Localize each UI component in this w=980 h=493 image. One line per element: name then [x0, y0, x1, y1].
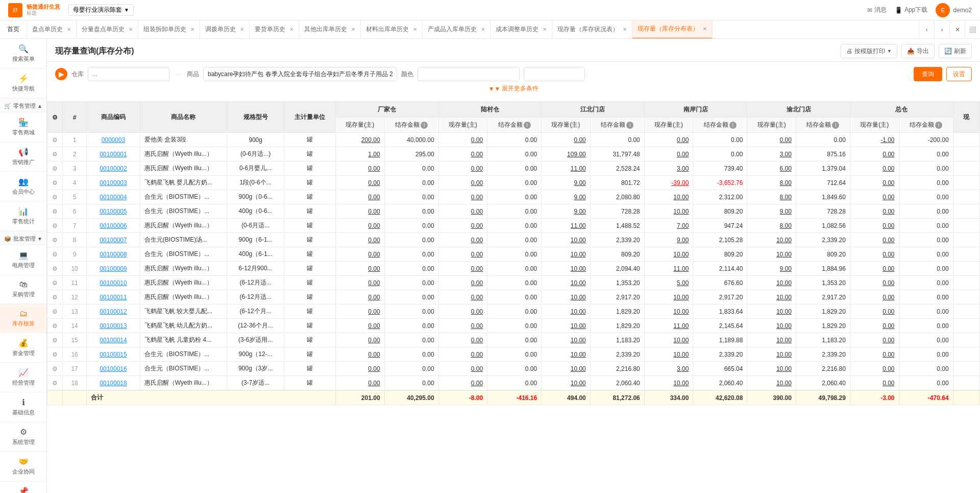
close-icon[interactable]: ✕ — [413, 27, 417, 32]
table-cell[interactable]: 0.00 — [438, 204, 487, 219]
table-cell[interactable]: 11.00 — [644, 319, 693, 333]
table-cell[interactable]: 10.00 — [747, 319, 796, 333]
table-cell[interactable]: 10.00 — [747, 347, 796, 362]
table-cell[interactable]: 00100007 — [87, 233, 140, 247]
table-cell[interactable]: 3.00 — [644, 362, 693, 376]
table-cell[interactable]: 0.00 — [438, 290, 487, 304]
row-gear-icon[interactable]: ⚙ — [52, 151, 58, 158]
table-cell[interactable]: 0.00 — [438, 304, 487, 319]
app-download-btn[interactable]: 📱 App下载 — [895, 6, 927, 14]
table-cell[interactable]: 0.00 — [336, 190, 385, 204]
close-icon[interactable]: ✕ — [481, 27, 485, 32]
tab-inventory-single[interactable]: 盘点单历史 ✕ — [27, 20, 77, 39]
table-cell[interactable]: ⚙ — [47, 247, 63, 262]
toggle-arrow[interactable]: ▶ — [55, 68, 67, 80]
table-cell[interactable]: 0000003 — [87, 133, 140, 147]
row-gear-icon[interactable]: ⚙ — [52, 179, 58, 186]
table-cell[interactable]: 0.00 — [850, 276, 899, 290]
table-cell[interactable]: 9.00 — [542, 204, 591, 219]
close-icon[interactable]: ✕ — [289, 27, 293, 32]
table-cell[interactable]: 3.00 — [747, 147, 796, 161]
table-cell[interactable]: 00100008 — [87, 247, 140, 262]
table-cell[interactable]: 10.00 — [747, 290, 796, 304]
table-cell[interactable]: 8.00 — [747, 190, 796, 204]
sidebar-item-guide[interactable]: 📌 新手引导 — [0, 481, 46, 493]
table-cell[interactable]: ⚙ — [47, 362, 63, 376]
row-gear-icon[interactable]: ⚙ — [52, 279, 58, 287]
info-icon-4[interactable]: i — [729, 122, 737, 129]
tab-transfer[interactable]: 调拨单历史 ✕ — [200, 20, 250, 39]
table-cell[interactable]: 11.00 — [542, 161, 591, 176]
sidebar-item-purchase[interactable]: 🛍 采购管理 — [0, 275, 46, 304]
close-icon[interactable]: ✕ — [543, 27, 547, 32]
row-gear-icon[interactable]: ⚙ — [52, 251, 58, 258]
table-cell[interactable]: ⚙ — [47, 319, 63, 333]
row-gear-icon[interactable]: ⚙ — [52, 337, 58, 344]
tab-other-out[interactable]: 其他出库单历史 ✕ — [299, 20, 361, 39]
sidebar-item-search[interactable]: 🔍 搜索英单 — [0, 39, 46, 68]
table-cell[interactable]: 0.00 — [850, 376, 899, 391]
product-input[interactable] — [203, 67, 397, 81]
tab-home[interactable]: 首页 — [0, 20, 27, 39]
table-cell[interactable]: 0.00 — [644, 133, 693, 147]
table-cell[interactable]: 10.00 — [542, 362, 591, 376]
table-cell[interactable]: 0.00 — [850, 362, 899, 376]
table-cell[interactable]: 0.00 — [850, 247, 899, 262]
table-cell[interactable]: 0.00 — [850, 319, 899, 333]
table-cell[interactable]: ⚙ — [47, 161, 63, 176]
table-cell[interactable]: 0.00 — [438, 190, 487, 204]
table-cell[interactable]: 10.00 — [542, 262, 591, 276]
tab-next-btn[interactable]: › — [934, 20, 949, 39]
close-icon[interactable]: ✕ — [351, 27, 355, 32]
print-btn[interactable]: 🖨 按模版打印 ▼ — [841, 44, 897, 58]
tab-cost-adjust[interactable]: 成本调整单历史 ✕ — [491, 20, 552, 39]
row-gear-icon[interactable]: ⚙ — [52, 308, 58, 315]
industry-selector[interactable]: 母婴行业演示陈套 ▼ — [68, 4, 134, 16]
table-cell[interactable]: 00100015 — [87, 347, 140, 362]
table-cell[interactable]: 7.00 — [644, 219, 693, 233]
tab-stock-dist[interactable]: 现存量（库存分布表） ✕ — [632, 20, 713, 39]
table-cell[interactable]: 9.00 — [747, 262, 796, 276]
sidebar-item-finance[interactable]: 💰 资金管理 — [0, 333, 46, 363]
table-cell[interactable]: 109.00 — [542, 147, 591, 161]
table-cell[interactable]: 0.00 — [336, 347, 385, 362]
table-cell[interactable]: ⚙ — [47, 262, 63, 276]
table-cell[interactable]: 10.00 — [644, 247, 693, 262]
export-btn[interactable]: 📤 导出 — [901, 44, 935, 58]
row-gear-icon[interactable]: ⚙ — [52, 208, 58, 215]
refresh-btn[interactable]: 🔄 刷新 — [939, 44, 972, 58]
table-cell[interactable]: 9.00 — [542, 190, 591, 204]
info-icon-3[interactable]: i — [626, 122, 633, 129]
table-cell[interactable]: 0.00 — [336, 204, 385, 219]
table-cell[interactable]: 00100010 — [87, 276, 140, 290]
table-cell[interactable]: 10.00 — [747, 304, 796, 319]
table-cell[interactable]: 10.00 — [542, 276, 591, 290]
info-icon-2[interactable]: i — [524, 122, 531, 129]
table-cell[interactable]: 5.00 — [644, 276, 693, 290]
table-cell[interactable]: 8.00 — [747, 219, 796, 233]
sidebar-item-enterprise[interactable]: 🤝 企业协同 — [0, 452, 46, 481]
table-cell[interactable]: 0.00 — [850, 304, 899, 319]
table-cell[interactable]: 00100004 — [87, 190, 140, 204]
table-cell[interactable]: 10.00 — [747, 276, 796, 290]
table-cell[interactable]: ⚙ — [47, 190, 63, 204]
table-cell[interactable]: 0.00 — [336, 176, 385, 190]
table-cell[interactable]: 10.00 — [644, 347, 693, 362]
table-cell[interactable]: 11.00 — [644, 262, 693, 276]
sidebar-item-retail-shop[interactable]: 🏪 零售商城 — [0, 112, 46, 142]
table-cell[interactable]: 10.00 — [542, 376, 591, 391]
table-cell[interactable]: ⚙ — [47, 333, 63, 347]
tab-stock-status[interactable]: 现存量（库存状况表） ✕ — [552, 20, 632, 39]
table-cell[interactable]: 10.00 — [747, 333, 796, 347]
table-cell[interactable]: 0.00 — [850, 176, 899, 190]
table-cell[interactable]: 9.00 — [542, 176, 591, 190]
table-cell[interactable]: 0.00 — [850, 219, 899, 233]
row-gear-icon[interactable]: ⚙ — [52, 237, 58, 244]
table-cell[interactable]: 10.00 — [542, 333, 591, 347]
color-input[interactable] — [418, 67, 520, 81]
table-cell[interactable]: 00100011 — [87, 290, 140, 304]
table-cell[interactable]: 0.00 — [438, 147, 487, 161]
sidebar-item-member[interactable]: 👥 会员中心 — [0, 172, 46, 201]
close-icon[interactable]: ✕ — [190, 27, 194, 32]
table-cell[interactable]: 0.00 — [336, 290, 385, 304]
